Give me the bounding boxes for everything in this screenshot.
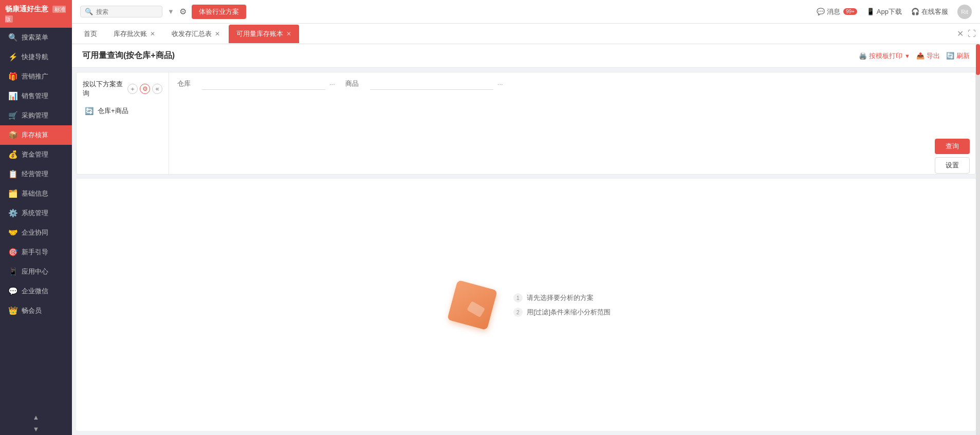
tab-inventory-summary[interactable]: 收发存汇总表 ✕ <box>164 25 228 43</box>
topbar-gear-icon[interactable]: ⚙ <box>179 7 187 16</box>
basic-icon: 🗂️ <box>8 189 17 198</box>
print-chevron-icon: ▼ <box>904 53 910 59</box>
scheme-warehouse-product[interactable]: 🔄 仓库+商品 <box>77 102 169 120</box>
query-button[interactable]: 查询 <box>935 139 970 154</box>
tab-batch-close[interactable]: ✕ <box>150 30 155 37</box>
finance-icon: 💰 <box>8 150 17 159</box>
system-icon: ⚙️ <box>8 209 17 218</box>
appstore-icon: 📱 <box>8 267 17 276</box>
online-service-button[interactable]: 🎧 在线客服 <box>911 7 948 16</box>
sidebar-item-shortcut[interactable]: ⚡ 快捷导航 <box>0 47 72 67</box>
tabs-bar: 首页 库存批次账 ✕ 收发存汇总表 ✕ 可用量库存账本 ✕ ✕ ⛶ <box>72 24 980 44</box>
tab-home[interactable]: 首页 <box>76 25 105 43</box>
empty-box-face <box>467 300 485 317</box>
product-input[interactable] <box>370 78 493 90</box>
enterprise-icon: 🤝 <box>8 228 17 237</box>
query-buttons: 查询 设置 <box>935 139 970 174</box>
warehouse-field: 仓库 ··· <box>177 78 335 90</box>
print-label: 按模板打印 <box>869 51 902 61</box>
print-button[interactable]: 🖨️ 按模板打印 ▼ <box>859 51 910 61</box>
sidebar-label-basic: 基础信息 <box>22 189 48 198</box>
print-icon: 🖨️ <box>859 52 867 60</box>
sidebar-item-search[interactable]: 🔍 搜索菜单 <box>0 28 72 47</box>
topbar-search-box[interactable]: 🔍 <box>80 6 162 17</box>
sidebar-item-appstore[interactable]: 📱 应用中心 <box>0 262 72 281</box>
warehouse-more-btn[interactable]: ··· <box>329 80 335 88</box>
export-label: 导出 <box>927 51 940 61</box>
sidebar-item-system[interactable]: ⚙️ 系统管理 <box>0 203 72 223</box>
empty-hint-2: 2 用[过滤]条件来缩小分析范围 <box>513 308 611 317</box>
product-field-row: 商品 ··· <box>345 78 503 90</box>
warehouse-input[interactable] <box>202 78 325 90</box>
tab-ledger-close[interactable]: ✕ <box>286 30 291 37</box>
sidebar-label-finance: 资金管理 <box>22 150 48 159</box>
scrollbar-thumb[interactable] <box>976 44 980 75</box>
page-title: 可用量查询(按仓库+商品) <box>82 50 175 61</box>
manage-scheme-button[interactable]: ⚙ <box>140 84 150 94</box>
query-fields: 仓库 ··· 商品 ··· <box>177 78 967 90</box>
right-scrollbar[interactable] <box>976 44 980 435</box>
user-area[interactable]: Rit <box>957 5 972 19</box>
sidebar-item-basic[interactable]: 🗂️ 基础信息 <box>0 184 72 203</box>
sidebar-label-shortcut: 快捷导航 <box>22 52 48 62</box>
sidebar-item-vip[interactable]: 👑 畅会员 <box>0 301 72 320</box>
refresh-icon: 🔄 <box>946 52 954 60</box>
sidebar-label-wechat: 企业微信 <box>22 287 48 296</box>
add-scheme-button[interactable]: ＋ <box>127 84 138 94</box>
scheme-label: 仓库+商品 <box>98 106 128 116</box>
query-scheme-sidebar: 按以下方案查询 ＋ ⚙ « 🔄 仓库+商品 <box>77 72 169 174</box>
industry-button[interactable]: 体验行业方案 <box>192 5 246 19</box>
collapse-sidebar-button[interactable]: « <box>152 84 162 94</box>
sidebar: 畅康通好生意 标准版 🔍 搜索菜单 ⚡ 快捷导航 🎁 营销推广 📊 销售管理 🛒… <box>0 0 72 435</box>
page-actions: 🖨️ 按模板打印 ▼ 📤 导出 🔄 刷新 <box>859 51 970 61</box>
sidebar-item-operation[interactable]: 📋 经营管理 <box>0 164 72 184</box>
tab-close-all-icon[interactable]: ✕ <box>957 29 964 39</box>
tab-summary-label: 收发存汇总表 <box>172 29 212 39</box>
query-sidebar-header: 按以下方案查询 ＋ ⚙ « <box>77 78 169 102</box>
sidebar-label-system: 系统管理 <box>22 209 48 218</box>
sidebar-scroll: 🔍 搜索菜单 ⚡ 快捷导航 🎁 营销推广 📊 销售管理 🛒 采购管理 📦 库存核… <box>0 28 72 411</box>
tab-summary-close[interactable]: ✕ <box>215 30 220 37</box>
tab-expand-icon[interactable]: ⛶ <box>968 29 976 39</box>
sidebar-item-inventory[interactable]: 📦 库存核算 <box>0 125 72 145</box>
query-sidebar-title: 按以下方案查询 <box>83 80 127 98</box>
message-badge: 99+ <box>843 8 857 15</box>
sidebar-item-wechat[interactable]: 💬 企业微信 <box>0 281 72 301</box>
empty-state: 1 请先选择要分析的方案 2 用[过滤]条件来缩小分析范围 <box>76 179 976 431</box>
query-sidebar-actions: ＋ ⚙ « <box>127 84 162 94</box>
vip-icon: 👑 <box>8 306 17 315</box>
tab-ledger-label: 可用量库存账本 <box>236 29 283 39</box>
sidebar-label-purchase: 采购管理 <box>22 111 48 120</box>
settings-button[interactable]: 设置 <box>935 157 970 174</box>
search-icon: 🔍 <box>8 33 17 42</box>
refresh-button[interactable]: 🔄 刷新 <box>946 51 970 61</box>
shortcut-icon: ⚡ <box>8 52 17 62</box>
tabs-right: ✕ ⛶ <box>957 29 976 39</box>
sidebar-item-sales[interactable]: 📊 销售管理 <box>0 86 72 106</box>
sidebar-label-operation: 经营管理 <box>22 169 48 179</box>
tab-available-ledger[interactable]: 可用量库存账本 ✕ <box>229 25 299 43</box>
app-download-button[interactable]: 📱 App下载 <box>866 7 902 16</box>
hint-num-1: 1 <box>513 293 523 302</box>
tab-batch[interactable]: 库存批次账 ✕ <box>106 25 163 43</box>
sidebar-scroll-down[interactable]: ▼ <box>0 423 72 435</box>
sidebar-item-purchase[interactable]: 🛒 采购管理 <box>0 106 72 125</box>
page-header: 可用量查询(按仓库+商品) 🖨️ 按模板打印 ▼ 📤 导出 🔄 刷新 <box>72 44 980 68</box>
search-input[interactable] <box>96 8 158 15</box>
tab-home-label: 首页 <box>84 29 97 39</box>
sidebar-item-enterprise[interactable]: 🤝 企业协同 <box>0 223 72 242</box>
empty-box-shape <box>447 280 497 330</box>
export-button[interactable]: 📤 导出 <box>916 51 940 61</box>
sidebar-item-finance[interactable]: 💰 资金管理 <box>0 145 72 164</box>
sidebar-item-newbie[interactable]: 🎯 新手引导 <box>0 242 72 262</box>
app-download-label: App下载 <box>877 7 902 16</box>
sidebar-label-vip: 畅会员 <box>22 306 42 315</box>
product-label: 商品 <box>345 79 366 88</box>
sidebar-label-marketing: 营销推广 <box>22 72 48 81</box>
sidebar-item-marketing[interactable]: 🎁 营销推广 <box>0 67 72 86</box>
product-more-btn[interactable]: ··· <box>497 80 503 88</box>
sidebar-scroll-up[interactable]: ▲ <box>0 411 72 423</box>
empty-text: 1 请先选择要分析的方案 2 用[过滤]条件来缩小分析范围 <box>513 293 611 317</box>
message-button[interactable]: 💬 消息 99+ <box>817 7 857 16</box>
topbar-dropdown-icon[interactable]: ▼ <box>168 8 174 15</box>
